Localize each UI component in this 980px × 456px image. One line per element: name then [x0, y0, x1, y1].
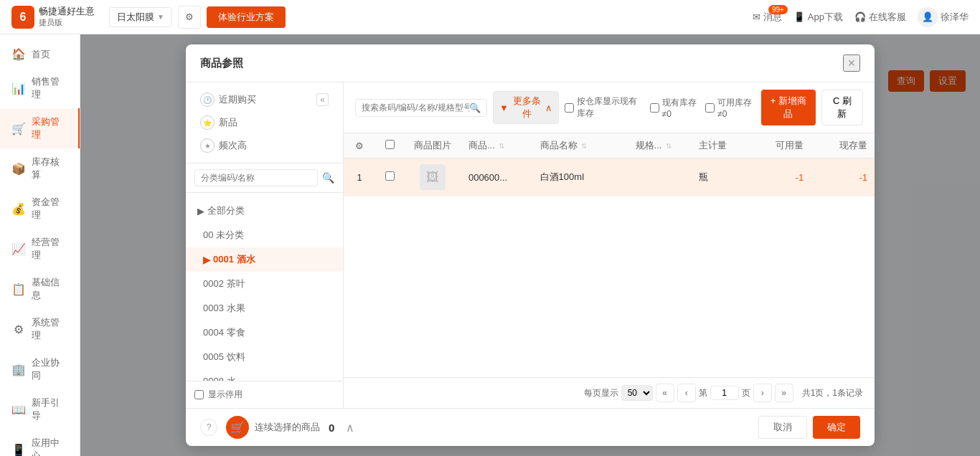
modal-header: 商品参照 × [186, 44, 875, 82]
sidebar-label-guide: 新手引导 [32, 396, 68, 422]
nav-dropdown[interactable]: 日太阳膜 ▼ [109, 7, 172, 27]
show-disabled-checkbox[interactable] [194, 390, 204, 399]
quick-access-section: 🕐 近期购买 « ⭐ 新品 ★ 频次高 [186, 82, 343, 163]
app-sub: 捷员版 [39, 17, 95, 28]
select-all-checkbox[interactable] [385, 140, 395, 149]
sidebar-label-system: 系统管理 [32, 316, 68, 342]
message-icon: ✉ [753, 11, 760, 22]
checkbox-available-label[interactable]: 现有库存≠0 [650, 97, 700, 119]
app-download-button[interactable]: 📱 App下载 [793, 11, 843, 24]
help-icon-button[interactable]: ? [200, 419, 217, 436]
sort-arrows-spec: ⇅ [666, 142, 672, 150]
th-gear: ⚙ [344, 133, 375, 158]
purchase-icon: 🛒 [11, 122, 26, 136]
th-stock[interactable]: 现存量 [811, 133, 875, 158]
row-checkbox[interactable] [385, 171, 395, 181]
app-download-label: App下载 [808, 11, 843, 24]
message-button[interactable]: ✉ 消息 99+ [753, 11, 782, 24]
top-center: 日太阳膜 ▼ ⚙ 体验行业方案 [109, 6, 753, 29]
sidebar-item-enterprise[interactable]: 🏢 企业协同 [0, 349, 80, 389]
table-toolbar: 🔍 ▼ 更多条件 ∧ 按仓库显示现有库存 [344, 82, 875, 133]
filter-label: 更多条件 [512, 95, 542, 120]
checkbox-warehouse-label[interactable]: 按仓库显示现有库存 [565, 95, 644, 120]
sidebar-item-purchase[interactable]: 🛒 采购管理 [0, 108, 80, 148]
sidebar-item-operations[interactable]: 📈 经营管理 [0, 229, 80, 269]
quick-item-frequent[interactable]: ★ 频次高 [194, 134, 334, 157]
th-stock-label: 现存量 [839, 140, 867, 151]
category-0002[interactable]: 0002 茶叶 [186, 272, 343, 296]
th-unit[interactable]: 主计量 [692, 133, 748, 158]
page-first-button[interactable]: « [656, 384, 674, 402]
category-all-label: 全部分类 [207, 204, 245, 217]
per-page-select[interactable]: 50 [621, 385, 653, 401]
category-0005[interactable]: 0005 饮料 [186, 345, 343, 369]
cancel-button[interactable]: 取消 [758, 416, 807, 439]
page-number-input[interactable] [710, 386, 739, 400]
sidebar-item-sales[interactable]: 📊 销售管理 [0, 68, 80, 108]
modal-close-button[interactable]: × [843, 54, 860, 72]
th-code[interactable]: 商品... ⇅ [461, 133, 533, 158]
category-0003[interactable]: 0003 水果 [186, 296, 343, 320]
enterprise-icon: 🏢 [11, 363, 26, 376]
category-00[interactable]: 00 未分类 [186, 223, 343, 247]
sidebar-label-operations: 经营管理 [32, 236, 68, 262]
product-search-input[interactable] [362, 103, 469, 113]
checkbox-usable[interactable] [705, 103, 715, 113]
td-name: 白酒100ml [533, 158, 628, 196]
search-icon: 🔍 [469, 103, 481, 113]
th-spec-label: 规格... [636, 140, 662, 151]
product-reference-modal: 商品参照 × 🕐 近期购买 « [186, 44, 875, 446]
image-icon: 🖼 [426, 170, 439, 185]
th-unit-label: 主计量 [699, 140, 727, 151]
checkbox-usable-label[interactable]: 可用库存≠0 [705, 97, 755, 119]
quick-item-recent[interactable]: 🕐 近期购买 « [194, 88, 334, 111]
page-prev-button[interactable]: ‹ [677, 384, 696, 402]
sidebar-item-finance[interactable]: 💰 资金管理 [0, 189, 80, 229]
action-button[interactable]: 体验行业方案 [207, 6, 286, 28]
online-service-button[interactable]: 🎧 在线客服 [854, 11, 906, 24]
category-search-input[interactable] [194, 169, 318, 186]
modal-title: 商品参照 [200, 57, 243, 70]
category-all[interactable]: ▶ 全部分类 [186, 199, 343, 223]
refresh-button[interactable]: C 刷新 [821, 90, 863, 125]
category-0004[interactable]: 0004 零食 [186, 320, 343, 345]
logo-area: 6 畅捷通好生意 捷员版 [11, 6, 95, 29]
sidebar-item-home[interactable]: 🏠 首页 [0, 40, 80, 68]
th-available-label: 可用量 [776, 140, 804, 151]
operations-icon: 📈 [11, 242, 26, 256]
category-0001[interactable]: ▶ 0001 酒水 [186, 247, 343, 272]
cart-collapse-button[interactable]: ∧ [346, 421, 354, 434]
quick-item-new[interactable]: ⭐ 新品 [194, 111, 334, 134]
category-0008[interactable]: 0008 水 [186, 369, 343, 381]
page-next-button[interactable]: › [753, 384, 772, 402]
right-panel: 🔍 ▼ 更多条件 ∧ 按仓库显示现有库存 [344, 82, 875, 408]
user-profile-button[interactable]: 👤 徐泽华 [918, 7, 969, 27]
category-search-icon[interactable]: 🔍 [322, 172, 334, 184]
filter-button[interactable]: ▼ 更多条件 ∧ [493, 91, 559, 124]
sidebar-item-guide[interactable]: 📖 新手引导 [0, 389, 80, 429]
sidebar-item-basic-info[interactable]: 📋 基础信息 [0, 269, 80, 309]
page-last-button[interactable]: » [775, 384, 793, 402]
sidebar-label-home: 首页 [32, 48, 50, 61]
th-available[interactable]: 可用量 [748, 133, 811, 158]
cart-count-value: 0 [329, 422, 334, 434]
checkbox-available[interactable] [650, 103, 659, 113]
th-spec[interactable]: 规格... ⇅ [628, 133, 692, 158]
confirm-button[interactable]: 确定 [813, 416, 860, 439]
add-product-button[interactable]: + 新增商品 [761, 90, 816, 125]
th-image[interactable]: 商品图片 [404, 133, 461, 158]
sidebar-item-system[interactable]: ⚙ 系统管理 [0, 309, 80, 349]
sidebar-item-inventory[interactable]: 📦 库存核算 [0, 148, 80, 189]
collapse-button[interactable]: « [316, 93, 329, 106]
table-row[interactable]: 1 🖼 [344, 158, 875, 196]
dropdown-arrow-icon: ▼ [157, 13, 164, 21]
th-name[interactable]: 商品名称 ⇅ [533, 133, 628, 158]
td-image: 🖼 [404, 158, 461, 196]
sidebar-item-app-center[interactable]: 📱 应用中心 [0, 429, 80, 456]
system-icon: ⚙ [11, 323, 26, 336]
checkbox-warehouse[interactable] [565, 103, 574, 113]
cart-icon-button[interactable]: 🛒 [226, 416, 249, 439]
sales-icon: 📊 [11, 82, 26, 95]
username-label: 徐泽华 [941, 11, 969, 24]
nav-gear-button[interactable]: ⚙ [178, 6, 201, 29]
